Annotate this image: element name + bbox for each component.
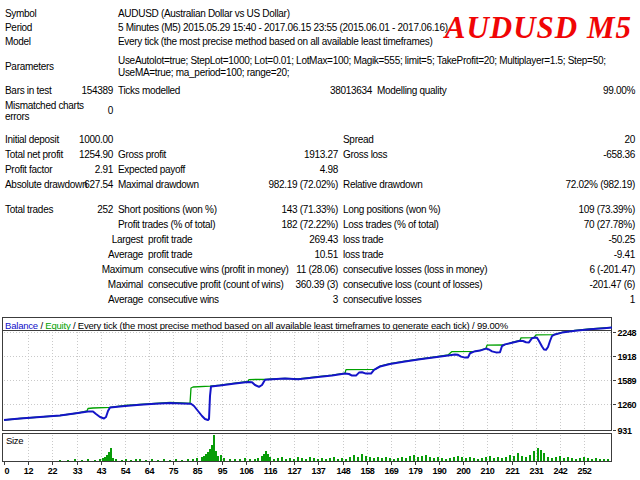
trade-size-bar <box>249 459 251 461</box>
trade-size-bar <box>441 458 443 461</box>
trade-size-bar <box>205 454 207 461</box>
trade-size-bar <box>108 452 110 461</box>
trade-size-bar <box>285 459 287 461</box>
trade-size-bar <box>579 458 581 461</box>
trade-size-bar <box>301 458 303 461</box>
trade-size-bar <box>106 455 108 461</box>
trade-size-bar <box>509 455 511 461</box>
trade-size-bar <box>220 455 222 461</box>
trade-size-bar <box>473 458 475 461</box>
trade-size-bar <box>244 458 246 461</box>
trade-size-bar <box>102 458 104 461</box>
trade-size-bar <box>115 459 117 461</box>
trade-size-bar <box>481 458 483 461</box>
x-axis-label: 221 <box>505 466 519 476</box>
trade-size-bar <box>429 457 431 461</box>
trade-size-bar <box>417 457 419 461</box>
x-axis-label: 231 <box>529 466 543 476</box>
trade-size-bar <box>223 458 225 461</box>
x-axis-label: 95 <box>218 466 228 476</box>
trade-size-bar <box>513 456 515 461</box>
trade-size-bar <box>563 458 565 461</box>
trade-size-bar <box>265 451 267 461</box>
trade-size-bar <box>567 457 569 461</box>
trade-size-bar <box>393 459 395 461</box>
trade-size-bar <box>207 452 209 461</box>
trade-size-bar <box>181 460 183 461</box>
trade-size-bar <box>213 435 215 461</box>
trade-size-bar <box>571 458 573 461</box>
trade-size-bar <box>397 458 399 461</box>
trade-size-bar <box>81 460 83 461</box>
trade-size-bar <box>413 455 415 461</box>
trade-size-bar <box>112 458 114 461</box>
trade-size-bar <box>104 457 106 461</box>
trade-size-bar <box>591 459 593 461</box>
trade-size-bar <box>293 459 295 461</box>
trade-size-bar <box>337 459 339 461</box>
trade-size-bar <box>595 458 597 461</box>
trade-size-bar <box>234 459 236 461</box>
trade-size-bar <box>277 458 279 461</box>
balance-equity-chart: 2248191815891260931012223343546475859510… <box>0 0 640 480</box>
trade-size-bar <box>169 460 171 461</box>
trade-size-bar <box>125 459 127 461</box>
trade-size-bar <box>309 457 311 461</box>
trade-size-bar <box>257 458 259 461</box>
trade-size-bar <box>547 457 549 461</box>
x-axis-label: 169 <box>384 466 398 476</box>
trade-size-bar <box>525 457 527 461</box>
trade-size-bar <box>321 458 323 461</box>
trade-size-bar <box>353 455 355 461</box>
trade-size-bar <box>135 459 137 461</box>
trade-size-bar <box>421 456 423 461</box>
trade-size-bar <box>575 459 577 461</box>
trade-size-bar <box>501 458 503 461</box>
trade-size-bar <box>217 456 219 461</box>
trade-size-bar <box>94 460 96 461</box>
size-panel-frame <box>3 434 612 462</box>
trade-size-bar <box>377 457 379 461</box>
trade-size-bar <box>607 459 609 461</box>
trade-size-bar <box>192 459 194 461</box>
trade-size-bar <box>437 457 439 461</box>
trade-size-bar <box>365 456 367 461</box>
y-axis-label: 2248 <box>618 328 637 338</box>
x-axis-label: 0 <box>5 466 10 476</box>
trade-size-bar <box>333 457 335 461</box>
y-axis-label: 931 <box>618 426 632 436</box>
trade-size-bar <box>239 459 241 461</box>
x-axis-label: 210 <box>480 466 494 476</box>
trade-size-bar <box>461 457 463 461</box>
trade-size-bar <box>517 453 519 461</box>
trade-size-bar <box>317 459 319 461</box>
trade-size-bar <box>405 458 407 461</box>
trade-size-bar <box>121 460 123 461</box>
trade-size-bar <box>325 459 327 461</box>
y-axis-label: 1589 <box>618 376 637 386</box>
trade-size-bar <box>345 459 347 461</box>
trade-size-bar <box>163 459 165 461</box>
trade-size-bar <box>373 458 375 461</box>
trade-size-bar <box>603 459 605 461</box>
trade-size-bar <box>457 456 459 461</box>
trade-size-bar <box>485 457 487 461</box>
trade-size-bar <box>533 451 535 461</box>
trade-size-bar <box>59 460 61 461</box>
trade-size-bar <box>175 459 177 461</box>
trade-size-bar <box>273 459 275 461</box>
trade-size-bar <box>211 445 213 461</box>
trade-size-bar <box>297 457 299 461</box>
trade-size-bar <box>203 456 205 461</box>
trade-size-bar <box>433 458 435 461</box>
trade-size-bar <box>555 457 557 461</box>
trade-size-bar <box>543 453 545 461</box>
trade-size-bar <box>99 459 101 461</box>
trade-size-bar <box>445 459 447 461</box>
x-axis-label: 12 <box>24 466 34 476</box>
x-axis-label: 33 <box>73 466 83 476</box>
trade-size-bar <box>529 455 531 461</box>
trade-size-bar <box>229 459 231 461</box>
trade-size-bar <box>369 457 371 461</box>
x-axis-label: 85 <box>193 466 203 476</box>
